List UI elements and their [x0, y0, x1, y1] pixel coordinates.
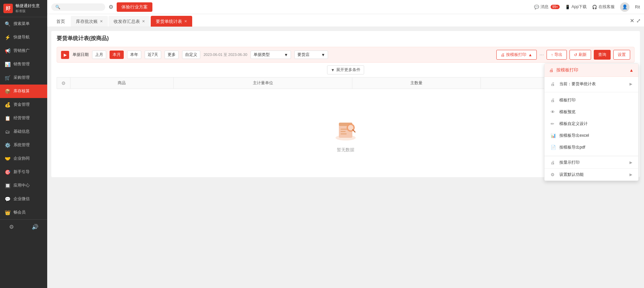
main-area: 🔍 ⚙ 体验行业方案 💬 消息 99+ 📱 App下载 🎧 在线客服 👤 Rit	[47, 0, 644, 288]
dropdown-set-default[interactable]: ⚙ 设置默认功能 ▶	[545, 168, 638, 181]
tab-batch-account[interactable]: 库存批次账 ✕	[71, 16, 108, 27]
date-this-month-btn[interactable]: 本月	[110, 51, 124, 59]
print-button[interactable]: 🖨 按模板打印 ▲	[496, 50, 537, 60]
date-prev-month-btn[interactable]: 上月	[92, 51, 106, 59]
order-type-label: 单据类型	[254, 52, 270, 58]
sidebar-item-label: 畅会员	[13, 210, 26, 215]
dropdown-template-export-pdf[interactable]: 📄 按模板导出pdf	[545, 141, 638, 153]
vip-icon: 👑	[4, 209, 11, 216]
tab-home[interactable]: 首页	[51, 16, 70, 27]
app-download-label: App下载	[572, 4, 587, 10]
tab-close-icon[interactable]: ✕	[184, 19, 187, 24]
dropdown-header[interactable]: 🖨 按模板打印 ▲	[545, 64, 638, 77]
yaohuodian-select[interactable]: 要货店 ▼	[294, 51, 328, 59]
chevron-down-icon: ▼	[321, 53, 325, 57]
sidebar-item-basic[interactable]: 🗂 基础信息	[0, 125, 47, 138]
empty-text: 暂无数据	[337, 147, 354, 153]
template-export-pdf-label: 按模板导出pdf	[559, 145, 585, 150]
app-download-item[interactable]: 📱 App下载	[565, 4, 587, 10]
service-icon: 🎧	[592, 5, 597, 9]
set-default-label: 设置默认功能	[559, 172, 584, 178]
sidebar-item-label: 资金管理	[13, 102, 30, 107]
date-this-year-btn[interactable]: 本年	[127, 51, 141, 59]
settings-button[interactable]: 设置	[613, 50, 630, 60]
user-avatar[interactable]: 👤	[620, 2, 630, 12]
guide-icon: 🎯	[4, 169, 11, 175]
sidebar-item-label: 基础信息	[13, 129, 30, 134]
topbar-search[interactable]: 🔍	[51, 3, 105, 11]
tab-close-icon[interactable]: ✕	[100, 19, 103, 24]
date-last-7-days-btn[interactable]: 近7天	[145, 51, 161, 59]
refresh-button[interactable]: ↺ 刷新	[569, 50, 591, 60]
settings-bottom-icon[interactable]: ⚙	[6, 222, 17, 231]
export-button[interactable]: ↑ 导出	[547, 50, 567, 60]
finance-icon: 💰	[4, 101, 11, 108]
expand-icon: ▼	[331, 68, 335, 72]
sidebar-item-enterprise-wechat[interactable]: 💬 企业微信	[0, 192, 47, 206]
sidebar-item-app-center[interactable]: 🔲 应用中心	[0, 179, 47, 192]
tab-receipt-summary[interactable]: 收发存汇总表 ✕	[109, 16, 150, 27]
message-badge: 99+	[551, 5, 560, 9]
dropdown-template-export-excel[interactable]: 📊 按模板导出excel	[545, 130, 638, 141]
sidebar-item-label: 销售管理	[13, 61, 30, 67]
username-label[interactable]: Rit	[635, 5, 640, 9]
table-settings-header[interactable]: ⚙	[57, 77, 70, 89]
order-type-select[interactable]: 单据类型 ▼	[251, 51, 291, 59]
divider	[545, 155, 638, 156]
sidebar-item-purchase[interactable]: 🛒 采购管理	[0, 71, 47, 85]
dropdown-template-custom[interactable]: ✏ 模板自定义设计	[545, 118, 638, 130]
sidebar-item-inventory[interactable]: 📦 库存核算	[0, 85, 47, 98]
chevron-right-icon: ▶	[630, 172, 632, 177]
sidebar-item-label: 搜索菜单	[13, 21, 30, 27]
dropdown-display-print[interactable]: 🖨 按显示打印 ▶	[545, 156, 638, 168]
sidebar-item-vip[interactable]: 👑 畅会员	[0, 206, 47, 219]
logo-icon: 好	[3, 4, 13, 13]
filter-toggle-button[interactable]: ▶	[61, 51, 69, 59]
sidebar-item-sales[interactable]: 📊 销售管理	[0, 58, 47, 71]
date-custom-btn[interactable]: 自定义	[182, 51, 200, 59]
topbar-right: 💬 消息 99+ 📱 App下载 🎧 在线客服 👤 Rit	[534, 2, 640, 12]
more-options-icon[interactable]: ···	[539, 52, 544, 58]
sidebar-item-enterprise[interactable]: 🤝 企业协同	[0, 152, 47, 165]
tab-receipt-summary-label: 收发存汇总表	[114, 19, 140, 25]
dropdown-current-item[interactable]: 🖨 当前：要货单统计表 ▶	[545, 78, 638, 90]
sidebar-item-system[interactable]: ⚙️ 系统管理	[0, 138, 47, 152]
dropdown-template-print[interactable]: 🖨 模板打印	[545, 94, 638, 106]
sidebar-item-label: 新手引导	[13, 169, 30, 175]
expand-more-btn[interactable]: ▼ 展开更多条件	[327, 65, 364, 74]
topbar-gear-icon[interactable]: ⚙	[109, 4, 113, 10]
chevron-up-icon: ▲	[528, 53, 532, 57]
sidebar-item-guide[interactable]: 🎯 新手引导	[0, 165, 47, 179]
topbar: 🔍 ⚙ 体验行业方案 💬 消息 99+ 📱 App下载 🎧 在线客服 👤 Rit	[47, 0, 644, 14]
dropdown-template-preview[interactable]: 👁 模板预览	[545, 106, 638, 118]
sidebar-item-quick-nav[interactable]: ⚡ 快捷导航	[0, 31, 47, 44]
quick-nav-icon: ⚡	[4, 34, 11, 41]
tab-close-icon[interactable]: ✕	[142, 19, 145, 24]
message-item[interactable]: 💬 消息 99+	[534, 4, 560, 10]
sidebar-item-label: 应用中心	[13, 183, 30, 188]
sidebar-item-search[interactable]: 🔍 搜索菜单	[0, 17, 47, 31]
svg-rect-6	[341, 129, 347, 130]
template-preview-label: 模板预览	[559, 109, 576, 115]
online-service-item[interactable]: 🎧 在线客服	[592, 4, 615, 10]
query-button[interactable]: 查询	[594, 50, 611, 60]
sidebar-item-operation[interactable]: 📋 经营管理	[0, 111, 47, 125]
dropdown-header-left: 🖨 按模板打印	[549, 67, 578, 73]
sidebar-item-marketing[interactable]: 📢 营销推广	[0, 44, 47, 58]
tab-order-stats[interactable]: 要货单统计表 ✕	[151, 16, 192, 27]
close-all-icon[interactable]: ✕	[630, 17, 634, 24]
sidebar-item-label: 经营管理	[13, 115, 30, 121]
date-range-label: 2023-06-01 至 2023-06-30	[204, 52, 247, 57]
table-col-unit: 主计量单位	[173, 77, 352, 89]
download-icon: 📱	[565, 5, 570, 9]
sidebar-item-label: 库存核算	[13, 88, 30, 94]
trial-button[interactable]: 体验行业方案	[117, 2, 152, 12]
sidebar-bottom: ⚙ 🔊	[0, 219, 47, 234]
online-service-label: 在线客服	[598, 4, 615, 10]
speaker-bottom-icon[interactable]: 🔊	[29, 222, 41, 231]
sidebar-item-label: 企业协同	[13, 156, 30, 161]
date-more-btn[interactable]: 更多	[165, 51, 179, 59]
maximize-icon[interactable]: ⤢	[636, 17, 641, 24]
sidebar-item-finance[interactable]: 💰 资金管理	[0, 98, 47, 111]
message-icon: 💬	[534, 5, 539, 9]
